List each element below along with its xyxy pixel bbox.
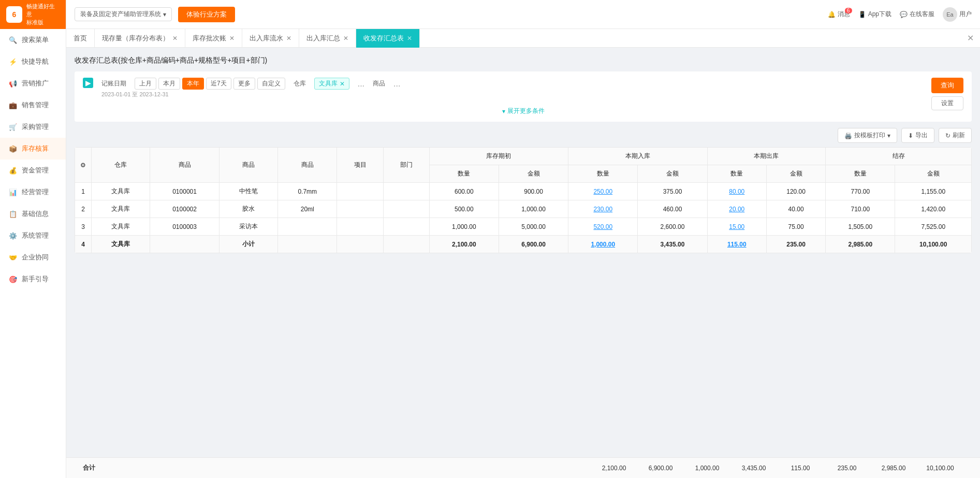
cell-spec: 0.7mm [278,183,337,200]
tab-close-5[interactable]: ✕ [407,35,412,42]
out-qty-link[interactable]: 20.00 [729,206,744,213]
th-settings[interactable]: ⚙ [75,148,92,183]
tab-4[interactable]: 出入库汇总✕ [299,29,356,48]
date-btn-近7天[interactable]: 近7天 [206,78,231,90]
cell-close-amt: 1,420.00 [895,200,972,218]
footer-in-amt: 3,435.00 [730,465,777,472]
date-btn-本月[interactable]: 本月 [158,78,180,90]
date-btn-本年[interactable]: 本年 [182,78,204,90]
table-row: 1 文具库 0100001 中性笔 0.7mm 600.00 900.00 25… [75,183,972,200]
sidebar-item-operations[interactable]: 📊经营管理 [0,181,66,203]
refresh-button[interactable]: ↻ 刷新 [939,128,972,143]
cell-warehouse: 文具库 [92,218,150,236]
cell-open-amt: 1,000.00 [499,200,568,218]
tab-5[interactable]: 收发存汇总表✕ [356,29,420,48]
footer-open-amt: 6,900.00 [637,465,684,472]
cell-out-qty: 20.00 [707,200,766,218]
search-icon: 🔍 [8,35,18,45]
filter-actions: 查询 设置 [931,78,963,110]
tab-bar-close[interactable]: ✕ [961,29,980,48]
trial-button[interactable]: 体验行业方案 [178,7,235,22]
tab-1[interactable]: 现存量（库存分布表）✕ [95,29,185,48]
cell-dept [383,200,429,218]
table-row: 2 文具库 0100002 胶水 20ml 500.00 1,000.00 23… [75,200,972,218]
print-button[interactable]: 🖨️ 按模板打印 ▾ [838,128,897,143]
sidebar-item-purchase[interactable]: 🛒采购管理 [0,116,66,138]
logo-icon: 6 [6,6,22,23]
tab-close-2[interactable]: ✕ [229,35,235,42]
out-qty-link[interactable]: 15.00 [729,223,744,230]
in-qty-link[interactable]: 230.00 [593,206,612,213]
sidebar-item-sales[interactable]: 💼销售管理 [0,94,66,116]
user-item[interactable]: Ea 用户 [943,7,972,22]
notification-item[interactable]: 🔔 消息 6 [828,10,850,19]
footer-close-qty: 2,985.00 [870,465,917,472]
th-out-qty: 数量 [707,165,766,183]
tab-close-4[interactable]: ✕ [343,35,348,42]
out-qty-link[interactable]: 115.00 [727,241,747,248]
printer-icon: 🖨️ [844,132,852,139]
cell-out-amt: 40.00 [766,200,825,218]
cell-index: 2 [75,200,92,218]
sidebar-item-inventory[interactable]: 📦库存核算 [0,138,66,160]
sidebar-item-basic[interactable]: 📋基础信息 [0,203,66,225]
filter-bar: ▶ 记账日期 上月本月本年近7天更多自定义 仓库 文具库 ✕ ... 商品 ..… [75,71,972,122]
goods-filter-label: 商品 [373,79,385,88]
finance-icon: 💰 [8,166,18,175]
sidebar-item-quick[interactable]: ⚡快捷导航 [0,51,66,73]
out-qty-link[interactable]: 80.00 [729,188,744,195]
date-btn-自定义[interactable]: 自定义 [257,78,285,90]
warehouse-dots[interactable]: ... [358,79,364,89]
bell-icon: 🔔 [828,11,836,18]
cell-project [337,183,383,200]
th-close-qty: 数量 [826,165,895,183]
tab-close-3[interactable]: ✕ [286,35,291,42]
system-selector[interactable]: 装备及固定资产辅助管理系统 ▾ [75,7,172,21]
sidebar-item-label: 新手引导 [22,274,49,284]
sidebar-item-guide[interactable]: 🎯新手引导 [0,268,66,290]
in-qty-link[interactable]: 520.00 [593,223,612,230]
sidebar-item-search[interactable]: 🔍搜索菜单 [0,29,66,51]
th-in-amt: 金额 [638,165,707,183]
cell-out-qty: 80.00 [707,183,766,200]
sidebar-item-label: 资金管理 [22,166,49,175]
th-project: 项目 [337,148,383,183]
tab-0[interactable]: 首页 [66,29,95,48]
sidebar-item-system[interactable]: ⚙️系统管理 [0,225,66,247]
cell-code: 0100002 [150,200,219,218]
tab-close-1[interactable]: ✕ [172,35,178,42]
th-out-amt: 金额 [766,165,825,183]
warehouse-tag-close[interactable]: ✕ [340,80,345,88]
expand-arrow-btn[interactable]: ▶ [83,78,93,88]
settings-button[interactable]: 设置 [931,96,963,110]
cell-project [337,236,383,253]
settings-icon[interactable]: ⚙ [80,162,86,169]
sidebar-item-marketing[interactable]: 📢营销推广 [0,73,66,94]
tab-label-0: 首页 [74,34,87,43]
in-qty-link[interactable]: 250.00 [593,188,612,195]
sidebar-item-label: 系统管理 [22,231,49,240]
footer-open-qty: 2,100.00 [591,465,637,472]
sidebar-logo: 6 畅捷通好生意 标准版 [0,0,66,29]
online-service-item[interactable]: 💬 在线客服 [900,10,934,19]
cell-project [337,218,383,236]
expand-more-btn[interactable]: ▾ 展开更多条件 [502,107,545,115]
cell-in-amt: 3,435.00 [638,236,707,253]
tab-2[interactable]: 库存批次账✕ [185,29,242,48]
date-btn-更多[interactable]: 更多 [233,78,255,90]
th-open-amt: 金额 [499,165,568,183]
sidebar-item-finance[interactable]: 💰资金管理 [0,160,66,181]
export-button[interactable]: ⬇ 导出 [901,128,934,143]
date-btn-上月[interactable]: 上月 [135,78,156,90]
goods-dots[interactable]: ... [393,79,400,89]
sidebar-item-cooperation[interactable]: 🤝企业协同 [0,247,66,268]
app-download-item[interactable]: 📱 App下载 [858,10,891,19]
tab-3[interactable]: 出入库流水✕ [242,29,299,48]
in-qty-link[interactable]: 1,000.00 [591,241,615,248]
cell-spec: 20ml [278,200,337,218]
cell-open-amt: 5,000.00 [499,218,568,236]
sidebar-item-label: 经营管理 [22,187,49,197]
cell-in-amt: 375.00 [638,183,707,200]
guide-icon: 🎯 [8,274,18,284]
query-button[interactable]: 查询 [931,78,963,93]
